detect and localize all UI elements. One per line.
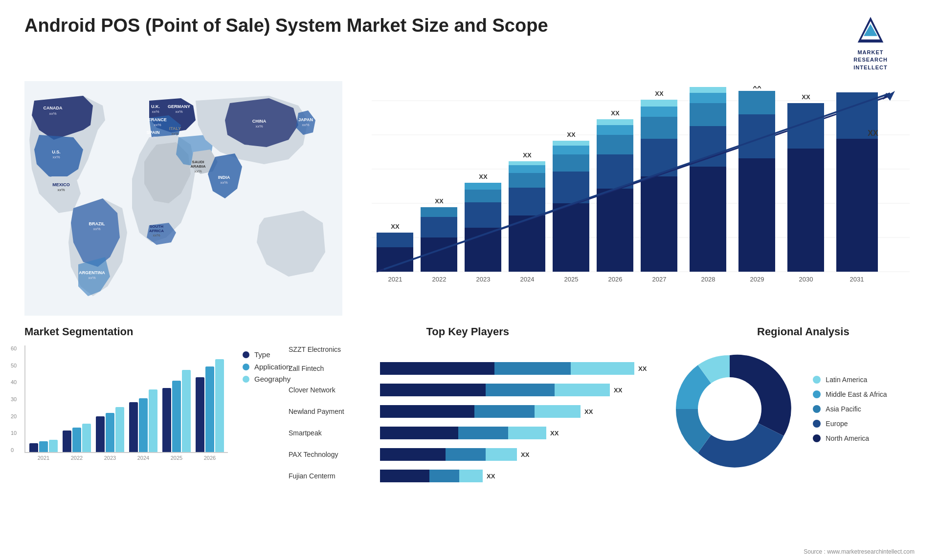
svg-text:ARGENTINA: ARGENTINA	[79, 270, 105, 275]
seg-bars	[24, 345, 228, 453]
player-val-clover: XX	[614, 387, 622, 394]
seg-bar-app	[39, 441, 48, 452]
player-row-szzt: SZZT Electronics	[289, 345, 647, 353]
legend-geo-label: Geography	[254, 375, 291, 383]
growth-chart: XX 2021 XX 2022 XX 2023	[357, 81, 915, 316]
svg-point-109	[698, 377, 761, 441]
player-val-smartpeak: XX	[550, 430, 559, 437]
seg-bar-app	[205, 366, 214, 452]
seg1	[380, 384, 486, 396]
seg-group-2025	[162, 370, 191, 452]
seg2	[458, 427, 508, 439]
seg-group-2022	[63, 424, 91, 452]
seg1	[380, 362, 494, 375]
legend-europe: Europe	[813, 420, 887, 428]
seg2	[474, 405, 535, 418]
legend-middle-east-color	[813, 390, 821, 398]
growth-chart-svg: XX 2021 XX 2022 XX 2023	[357, 86, 915, 321]
player-name-fujian: Fujian Centerm	[289, 472, 374, 480]
svg-rect-42	[377, 247, 413, 272]
player-bar-zall: XX	[380, 362, 647, 375]
svg-text:xx%: xx%	[194, 169, 201, 173]
player-val-fujian: XX	[487, 473, 495, 480]
svg-text:xx%: xx%	[175, 109, 182, 114]
source-text: Source : www.marketresearchintellect.com	[804, 548, 915, 555]
seg2	[494, 362, 571, 375]
svg-rect-78	[641, 176, 677, 272]
player-bar-newland-inner	[380, 405, 581, 418]
seg-bar-type	[129, 402, 138, 452]
svg-rect-43	[377, 233, 413, 247]
seg-group-2023	[96, 407, 124, 452]
legend-latin-america-label: Latin America	[826, 376, 867, 384]
player-val-zall: XX	[638, 365, 647, 372]
seg-group-2024	[129, 389, 157, 452]
legend-europe-color	[813, 420, 821, 428]
seg-bar-type	[196, 377, 204, 452]
svg-marker-108	[886, 91, 895, 101]
svg-text:xx%: xx%	[171, 131, 179, 136]
player-name-clover: Clover Network	[289, 386, 374, 394]
legend-north-america-color	[813, 434, 821, 442]
svg-text:2023: 2023	[476, 276, 491, 283]
legend-asia-pacific: Asia Pacific	[813, 405, 887, 413]
svg-text:xx%: xx%	[152, 109, 159, 114]
svg-text:MEXICO: MEXICO	[52, 182, 70, 187]
player-bar-pax: XX	[380, 448, 647, 461]
page-title: Android POS (Point of Sale) System Marke…	[24, 15, 548, 37]
svg-text:XX: XX	[868, 129, 878, 137]
svg-text:2025: 2025	[564, 276, 579, 283]
seg-bar-type	[63, 431, 71, 452]
page-container: Android POS (Point of Sale) System Marke…	[0, 0, 939, 560]
svg-rect-71	[597, 189, 633, 272]
seg-bar-app	[172, 381, 181, 452]
svg-rect-88	[690, 93, 726, 103]
regional-title: Regional Analysis	[666, 325, 939, 338]
svg-rect-100	[787, 103, 824, 149]
svg-text:xx%: xx%	[52, 155, 60, 159]
svg-rect-73	[597, 135, 633, 154]
svg-text:ARABIA: ARABIA	[190, 164, 205, 169]
seg1	[380, 448, 446, 461]
player-bar-clover-inner	[380, 384, 610, 396]
svg-rect-54	[465, 183, 501, 190]
svg-rect-65	[553, 172, 589, 203]
svg-rect-96	[738, 91, 775, 114]
seg3	[555, 384, 610, 396]
legend-type: Type	[243, 350, 291, 359]
svg-rect-59	[509, 173, 545, 188]
svg-rect-95	[738, 114, 775, 158]
world-map: CANADA xx% U.S. xx% MEXICO xx% BRAZIL xx…	[24, 81, 347, 316]
svg-text:U.K.: U.K.	[151, 104, 160, 109]
logo-icon	[853, 15, 888, 49]
players-section: Top Key Players SZZT Electronics Zall Fi…	[289, 325, 647, 491]
player-val-pax: XX	[521, 451, 529, 458]
svg-rect-60	[509, 165, 545, 173]
seg-bar-geo	[149, 389, 157, 452]
svg-text:FRANCE: FRANCE	[148, 117, 167, 122]
player-row-pax: PAX Technology XX	[289, 448, 647, 461]
seg-bar-type	[29, 443, 38, 452]
legend-north-america: North America	[813, 434, 887, 442]
svg-rect-64	[553, 203, 589, 272]
svg-text:CHINA: CHINA	[252, 119, 267, 124]
svg-text:CANADA: CANADA	[44, 106, 63, 110]
legend-type-color	[243, 351, 249, 358]
svg-rect-68	[553, 141, 589, 146]
svg-rect-85	[690, 167, 726, 272]
svg-text:2031: 2031	[850, 276, 864, 283]
svg-text:xx%: xx%	[57, 188, 65, 192]
player-bar-pax-inner	[380, 448, 517, 461]
svg-rect-53	[465, 190, 501, 202]
legend-asia-pacific-color	[813, 405, 821, 413]
player-name-smartpeak: Smartpeak	[289, 429, 374, 437]
svg-text:2027: 2027	[652, 276, 667, 283]
player-bar-clover: XX	[380, 384, 647, 396]
player-bar-fujian: XX	[380, 470, 647, 482]
svg-rect-82	[641, 100, 677, 107]
player-row-clover: Clover Network XX	[289, 384, 647, 396]
svg-rect-99	[787, 149, 824, 272]
seg-bar-type	[162, 388, 171, 452]
svg-text:XX: XX	[802, 93, 810, 101]
player-name-szzt: SZZT Electronics	[289, 345, 374, 353]
